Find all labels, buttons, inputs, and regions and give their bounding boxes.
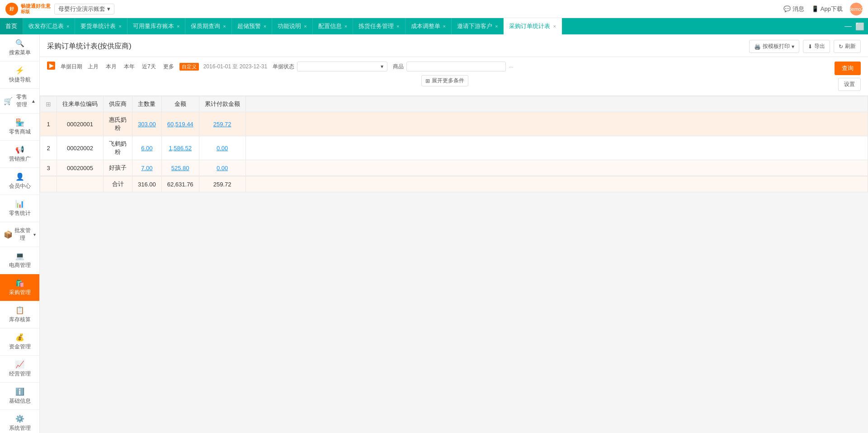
- settings-button[interactable]: 设置: [838, 78, 861, 91]
- cell-quantity[interactable]: 303.00: [132, 112, 162, 136]
- logo-area: 好 畅捷通好生意 标版: [5, 3, 51, 15]
- close-icon[interactable]: ×: [118, 24, 121, 29]
- sidebar-item-finance[interactable]: 💰 资金管理: [0, 328, 39, 356]
- tab-gongneng[interactable]: 功能说明 ×: [272, 18, 312, 34]
- cell-amount[interactable]: 60,519.44: [161, 112, 199, 136]
- shortcut-last-month[interactable]: 上月: [85, 62, 101, 71]
- cell-amount[interactable]: 525.80: [161, 160, 199, 176]
- shortcut-more[interactable]: 更多: [160, 62, 177, 71]
- print-button[interactable]: 🖨️ 按模板打印 ▾: [749, 40, 799, 53]
- export-button[interactable]: ⬇ 导出: [803, 40, 830, 53]
- date-shortcuts: 上月 本月 本年 近7天 更多: [85, 62, 177, 71]
- col-header-supplier: 供应商: [104, 96, 132, 112]
- search-icon: 🔍: [15, 39, 24, 48]
- expand-conditions-button[interactable]: ⊞ 展开更多条件: [421, 75, 468, 86]
- sidebar-item-retail-mgmt[interactable]: 🛒 零售管理 ▲: [0, 89, 39, 114]
- nav-tabs: 首页 收发存汇总表 × 要货单统计表 × 可用量库存账本 × 保质期查询 × 超…: [0, 18, 868, 34]
- tab-home[interactable]: 首页: [0, 18, 23, 34]
- more-icon[interactable]: ···: [509, 63, 514, 70]
- ecommerce-icon: 💻: [15, 252, 24, 260]
- close-icon[interactable]: ×: [396, 24, 399, 29]
- tab-peizhi[interactable]: 配置信息 ×: [313, 18, 353, 34]
- shortcut-this-year[interactable]: 本年: [121, 62, 137, 71]
- footer-label: [57, 176, 104, 192]
- col-extra: [245, 96, 868, 112]
- tab-baozhi[interactable]: 保质期查询 ×: [185, 18, 231, 34]
- maximize-icon[interactable]: ⬜: [855, 22, 864, 31]
- sidebar-item-system[interactable]: ⚙️ 系统管理: [0, 410, 39, 433]
- sidebar-item-wholesale[interactable]: 📦 批发管理 ▾: [0, 222, 39, 247]
- tab-chengben[interactable]: 成本调整单 ×: [406, 18, 452, 34]
- cell-paid[interactable]: 259.72: [199, 112, 245, 136]
- download-icon: 📱: [811, 5, 819, 12]
- col-header-amount: 金额: [161, 96, 199, 112]
- close-icon[interactable]: ×: [66, 24, 69, 29]
- cell-no: 1: [40, 112, 57, 136]
- sidebar-item-operations[interactable]: 📈 经营管理: [0, 356, 39, 383]
- date-filter: 单据日期 上月 本月 本年 近7天 更多 自定义 2016-01-01 至 20…: [61, 62, 267, 71]
- tab-yaoqing[interactable]: 邀请下游客户 ×: [452, 18, 504, 34]
- close-icon[interactable]: ×: [443, 24, 446, 29]
- marketing-icon: 📢: [15, 145, 24, 154]
- close-icon[interactable]: ×: [223, 24, 226, 29]
- sidebar-item-search[interactable]: 🔍 搜索菜单: [0, 34, 39, 62]
- cell-amount[interactable]: 1,586.52: [161, 136, 199, 160]
- shortcut-7days[interactable]: 近7天: [139, 62, 159, 71]
- sidebar-item-inventory[interactable]: 📋 库存核算: [0, 301, 39, 328]
- goods-input[interactable]: [406, 62, 506, 71]
- close-icon[interactable]: ×: [553, 24, 556, 29]
- column-toggle-icon[interactable]: ⊞: [46, 100, 51, 108]
- close-icon[interactable]: ×: [264, 24, 266, 29]
- cell-quantity[interactable]: 6.00: [132, 136, 162, 160]
- minimize-icon[interactable]: —: [844, 22, 852, 30]
- refresh-button[interactable]: ↻ 刷新: [834, 40, 861, 53]
- tab-chaochuyujing[interactable]: 超储预警 ×: [232, 18, 272, 34]
- footer-amount: 62,631.76: [161, 176, 199, 192]
- close-icon[interactable]: ×: [304, 24, 307, 29]
- sidebar-item-retail-shop[interactable]: 🏪 零售商城: [0, 114, 39, 141]
- status-select[interactable]: ▾: [297, 62, 387, 71]
- tab-shoufacun[interactable]: 收发存汇总表 ×: [23, 18, 75, 34]
- chevron-down-icon: ▾: [107, 5, 110, 12]
- cell-paid[interactable]: 0.00: [199, 160, 245, 176]
- close-icon[interactable]: ×: [344, 24, 347, 29]
- tab-yaohuodan[interactable]: 要货单统计表 ×: [75, 18, 127, 34]
- collapse-icon[interactable]: ▶: [47, 62, 55, 70]
- close-icon[interactable]: ×: [177, 24, 179, 29]
- table-header-row: ⊞ 往来单位编码 供应商 主数量 金额: [40, 96, 868, 112]
- date-custom-tag[interactable]: 自定义: [179, 63, 199, 71]
- sidebar-item-marketing[interactable]: 📢 营销推广: [0, 141, 39, 168]
- top-bar-right: 💬 消息 📱 App下载 demo2: [783, 3, 863, 15]
- print-icon: 🖨️: [754, 43, 761, 50]
- cell-quantity[interactable]: 7.00: [132, 160, 162, 176]
- user-avatar[interactable]: demo2: [850, 3, 863, 15]
- tab-caigou-active[interactable]: 采购订单统计表 ×: [504, 18, 561, 34]
- tab-jianhuo[interactable]: 拣货任务管理 ×: [353, 18, 405, 34]
- logo-text: 畅捷通好生意 标版: [21, 3, 51, 14]
- query-button[interactable]: 查询: [835, 62, 861, 75]
- sidebar-item-retail-stats[interactable]: 📊 零售统计: [0, 195, 39, 222]
- member-icon: 👤: [15, 172, 24, 181]
- tab-keyongliang[interactable]: 可用量库存账本 ×: [127, 18, 185, 34]
- footer-supplier: 合计: [104, 176, 132, 192]
- message-icon: 💬: [783, 5, 791, 12]
- cell-paid[interactable]: 0.00: [199, 136, 245, 160]
- filter-main: ▶ 单据日期 上月 本月 本年 近7天 更多 自定义: [47, 62, 861, 91]
- app-download-btn[interactable]: 📱 App下载: [811, 5, 843, 13]
- filter-row-1: 单据日期 上月 本月 本年 近7天 更多 自定义 2016-01-01 至 20…: [61, 62, 829, 71]
- export-icon: ⬇: [808, 43, 812, 50]
- footer-empty: [40, 176, 57, 192]
- filter-area: ▶ 单据日期 上月 本月 本年 近7天 更多 自定义: [40, 57, 868, 96]
- sidebar-item-basic-info[interactable]: ℹ️ 基础信息: [0, 383, 39, 410]
- message-btn[interactable]: 💬 消息: [783, 5, 804, 13]
- filter-right: 查询 设置: [835, 62, 861, 91]
- sidebar-item-quicknav[interactable]: ⚡ 快捷导航: [0, 62, 39, 89]
- sidebar-item-member[interactable]: 👤 会员中心: [0, 168, 39, 195]
- shortcut-this-month[interactable]: 本月: [103, 62, 119, 71]
- cell-code: 00020001: [57, 112, 104, 136]
- close-icon[interactable]: ×: [495, 24, 498, 29]
- sidebar-item-ecommerce[interactable]: 💻 电商管理: [0, 247, 39, 274]
- operations-icon: 📈: [15, 360, 24, 369]
- sidebar-item-purchase[interactable]: 🛍️ 采购管理: [0, 274, 39, 301]
- company-selector[interactable]: 母婴行业演示账套 ▾: [54, 4, 114, 14]
